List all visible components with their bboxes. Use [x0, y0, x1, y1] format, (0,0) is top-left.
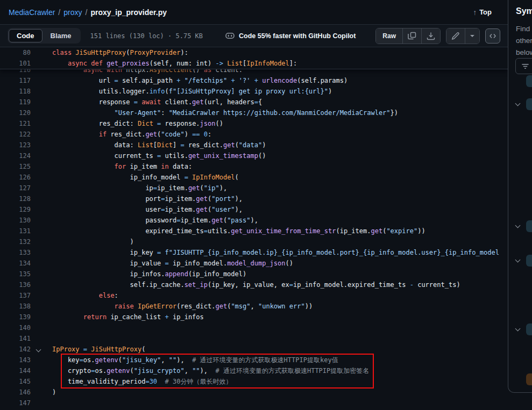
- code-viewport: 116 async with httpx.AsyncClient() as cl…: [0, 47, 508, 410]
- line-number[interactable]: 121: [0, 118, 31, 129]
- line-number[interactable]: 124: [0, 150, 31, 161]
- line-number[interactable]: 146: [0, 387, 31, 398]
- code-text: res_dict: Dict = response.json(): [52, 118, 223, 129]
- line-number[interactable]: 80: [0, 47, 31, 58]
- line-number[interactable]: 133: [0, 247, 31, 258]
- symbol-pill[interactable]: [526, 255, 532, 267]
- line-number[interactable]: 137: [0, 290, 31, 301]
- symbol-row: [508, 75, 532, 87]
- code-line: 133 ip_key = f"JISUHTTP_{ip_info_model.i…: [0, 247, 508, 258]
- code-text: response = await client.get(url, headers…: [52, 97, 262, 107]
- symbol-pill[interactable]: [526, 323, 532, 335]
- symbol-row: [508, 220, 532, 232]
- symbols-pane-toggle-button[interactable]: [485, 28, 500, 44]
- code-line: 139 return ip_cache_list + ip_infos: [0, 312, 508, 322]
- line-number[interactable]: 125: [0, 161, 31, 172]
- line-number[interactable]: 127: [0, 183, 31, 193]
- line-number[interactable]: 147: [0, 398, 31, 408]
- line-number[interactable]: 123: [0, 140, 31, 150]
- code-line: 134 ip_value = ip_info_model.model_dump_…: [0, 258, 508, 269]
- symbol-pill[interactable]: [526, 373, 532, 385]
- code-lines: 116 async with httpx.AsyncClient() as cl…: [0, 64, 508, 408]
- chevron-down-icon: [470, 35, 474, 37]
- symbol-pill[interactable]: [526, 75, 532, 87]
- download-icon: [427, 32, 435, 40]
- symbols-panel-description: below: [516, 48, 532, 56]
- line-number[interactable]: 143: [0, 355, 31, 365]
- code-line: 140: [0, 322, 508, 333]
- code-text: expired_time_ts=utils.get_unix_time_from…: [52, 226, 425, 236]
- line-number[interactable]: 130: [0, 215, 31, 226]
- copilot-banner[interactable]: Code 55% faster with GitHub Copilot: [225, 31, 356, 40]
- code-line: 141: [0, 333, 508, 344]
- symbols-panel-description: other: [516, 37, 532, 45]
- copilot-icon: [225, 31, 235, 40]
- line-number[interactable]: 126: [0, 172, 31, 183]
- edit-group: [446, 28, 480, 44]
- code-line: 128 port=ip_item.get("port"),: [0, 193, 508, 204]
- line-number[interactable]: 122: [0, 129, 31, 140]
- download-button[interactable]: [421, 28, 440, 44]
- code-text: self.ip_cache.set_ip(ip_key, ip_value, e…: [52, 279, 460, 290]
- tab-code[interactable]: Code: [9, 29, 42, 42]
- line-number[interactable]: 145: [0, 376, 31, 387]
- code-text: port=ip_item.get("port"),: [52, 193, 243, 204]
- tab-blame[interactable]: Blame: [42, 29, 80, 42]
- line-number[interactable]: 135: [0, 269, 31, 279]
- code-text: current_ts = utils.get_unix_timestamp(): [52, 150, 266, 161]
- code-text: ip_info_model = IpInfoModel(: [52, 172, 239, 183]
- back-to-top-button[interactable]: ↑ Top: [473, 8, 492, 17]
- code-line: 124 current_ts = utils.get_unix_timestam…: [0, 150, 508, 161]
- line-number[interactable]: 118: [0, 86, 31, 97]
- line-number[interactable]: 117: [0, 75, 31, 86]
- expand-chevron-icon[interactable]: [515, 223, 521, 228]
- symbol-pill[interactable]: [526, 98, 532, 110]
- breadcrumb-folder-link[interactable]: proxy: [63, 8, 82, 17]
- edit-button[interactable]: [446, 28, 465, 44]
- symbols-filter-button[interactable]: [515, 58, 532, 74]
- github-code-view: MediaCrawler / proxy / proxy_ip_provider…: [0, 0, 532, 410]
- code-text: url = self.api_path + "/fetchips" + '?' …: [52, 75, 347, 86]
- expand-chevron-icon[interactable]: [515, 101, 521, 106]
- line-number[interactable]: 141: [0, 333, 31, 344]
- line-number[interactable]: 132: [0, 236, 31, 247]
- code-text: if res_dict.get("code") == 0:: [52, 129, 211, 140]
- symbols-panel: Sym Find other below: [508, 0, 532, 393]
- copilot-text: Code 55% faster with GitHub Copilot: [239, 32, 356, 40]
- line-number[interactable]: 142: [0, 344, 31, 355]
- code-text: return ip_cache_list + ip_infos: [52, 312, 204, 322]
- collapse-chevron-icon[interactable]: [36, 347, 41, 353]
- symbol-row: [508, 255, 532, 267]
- breadcrumb-separator: /: [85, 8, 87, 17]
- line-number[interactable]: 140: [0, 322, 31, 333]
- symbol-pill[interactable]: [526, 220, 532, 232]
- symbol-row: [508, 323, 532, 335]
- line-number[interactable]: 131: [0, 226, 31, 236]
- toolbar-buttons: Raw: [375, 28, 500, 44]
- line-number[interactable]: 129: [0, 204, 31, 215]
- code-line: 125 for ip_item in data:: [0, 161, 508, 172]
- code-line: 119 response = await client.get(url, hea…: [0, 97, 508, 107]
- code-text: utils.logger.info(f"[JiSuHttpProxy] get …: [52, 86, 332, 97]
- line-number[interactable]: 144: [0, 365, 31, 376]
- raw-button[interactable]: Raw: [376, 28, 402, 44]
- line-number[interactable]: 134: [0, 258, 31, 269]
- code-text: IpProxy = JiSuHttpProxy(: [52, 344, 145, 355]
- line-number[interactable]: 138: [0, 301, 31, 312]
- line-number[interactable]: 101: [0, 58, 31, 69]
- line-number[interactable]: 120: [0, 107, 31, 118]
- code-line: 138 raise IpGetError(res_dict.get("msg",…: [0, 301, 508, 312]
- line-number[interactable]: 119: [0, 97, 31, 107]
- line-number[interactable]: 139: [0, 312, 31, 322]
- copy-button[interactable]: [402, 28, 421, 44]
- code-text: ip_infos.append(ip_info_model): [52, 269, 246, 279]
- expand-chevron-icon[interactable]: [515, 326, 521, 332]
- breadcrumb-repo-link[interactable]: MediaCrawler: [9, 8, 55, 17]
- line-number[interactable]: 136: [0, 279, 31, 290]
- edit-dropdown-button[interactable]: [465, 28, 479, 44]
- code-text: for ip_item in data:: [52, 161, 192, 172]
- line-number[interactable]: 128: [0, 193, 31, 204]
- expand-chevron-icon[interactable]: [515, 257, 521, 263]
- code-text: class JiSuHttpProxy(ProxyProvider):: [52, 47, 188, 58]
- code-brackets-icon: [489, 32, 496, 40]
